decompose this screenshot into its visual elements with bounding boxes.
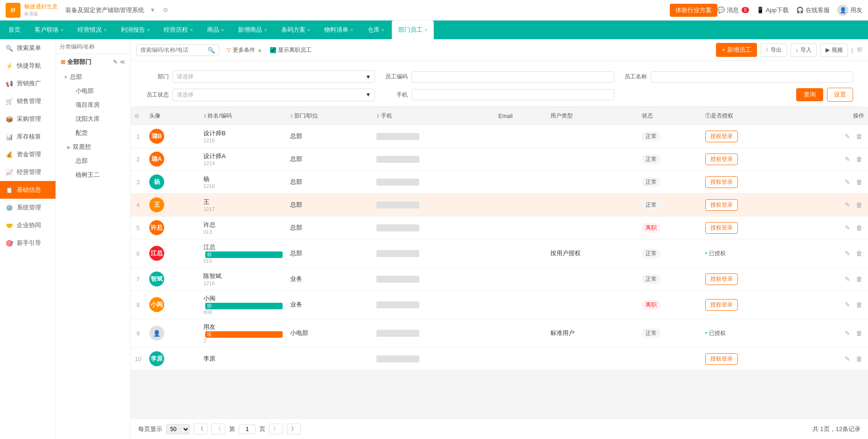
view-btn[interactable]: ▶ 视频 xyxy=(820,43,848,57)
phone-input[interactable] xyxy=(411,89,614,100)
tab-close-icon[interactable]: × xyxy=(147,27,150,33)
filter-search-box[interactable]: 🔍 xyxy=(136,44,219,56)
auth-btn[interactable]: 授权登录 xyxy=(705,131,738,142)
help-icon[interactable]: | xyxy=(852,47,853,54)
auth-btn[interactable]: 授权登录 xyxy=(705,199,738,211)
dept-filter-select[interactable]: 请选择 ▼ xyxy=(173,70,375,83)
nav-tab-仓库[interactable]: 仓库× xyxy=(361,21,391,39)
delete-btn[interactable]: 🗑 xyxy=(854,354,864,363)
sidebar-item-guide[interactable]: 🎯新手引导 xyxy=(0,234,56,252)
tab-close-icon[interactable]: × xyxy=(382,27,384,33)
delete-btn[interactable]: 🗑 xyxy=(854,132,864,141)
collapse-arrow-icon[interactable]: ▼ xyxy=(63,75,68,80)
dept-node-沈阳大库[interactable]: 沈阳大库 xyxy=(56,112,130,126)
auth-btn[interactable]: 授权登录 xyxy=(705,353,738,365)
sidebar-item-system[interactable]: ⚙️系统管理 xyxy=(0,199,56,216)
edit-btn[interactable]: ✎ xyxy=(843,223,852,232)
dept-node-项目库房[interactable]: 项目库房 xyxy=(56,98,130,112)
tab-close-icon[interactable]: × xyxy=(61,27,63,33)
auth-btn[interactable]: 授权登录 xyxy=(705,299,738,311)
auth-btn[interactable]: 授权登录 xyxy=(705,222,738,234)
sidebar-item-sales[interactable]: 🛒销售管理 xyxy=(0,92,56,110)
dept-node-总部[interactable]: 总部 xyxy=(56,154,130,168)
dept-node-植树王二[interactable]: 植树王二 xyxy=(56,168,130,182)
delete-btn[interactable]: 🗑 xyxy=(854,177,864,187)
auth-btn[interactable]: 授权登录 xyxy=(705,153,738,165)
dept-search-input[interactable] xyxy=(60,43,130,50)
th-dept[interactable]: ↕ 部门/职位 xyxy=(286,107,373,125)
nav-tab-新增商品[interactable]: 新增商品× xyxy=(231,21,273,39)
last-page-btn[interactable]: 》 xyxy=(287,424,301,434)
th-name-code[interactable]: ↕ 姓名/编码 xyxy=(200,107,286,125)
nav-tab-客户联络[interactable]: 客户联络× xyxy=(28,21,70,39)
delete-btn[interactable]: 🗑 xyxy=(854,274,864,284)
dept-collapse-icon[interactable]: ≪ xyxy=(119,59,125,65)
more-icon[interactable]: 帮 xyxy=(857,46,862,54)
edit-btn[interactable]: ✎ xyxy=(843,354,852,363)
show-resigned-check[interactable]: 显示离职员工 xyxy=(270,46,312,54)
sidebar-item-basic[interactable]: 📋基础信息 xyxy=(0,181,56,199)
tab-close-icon[interactable]: × xyxy=(307,27,310,33)
collapse-arrow-icon[interactable]: ▶ xyxy=(67,145,71,150)
dept-node-总部[interactable]: ▼总部 xyxy=(56,70,130,84)
sidebar-item-finance[interactable]: 💰资金管理 xyxy=(0,146,56,163)
delete-btn[interactable]: 🗑 xyxy=(854,223,864,232)
dept-node-双鹿想[interactable]: ▶双鹿想 xyxy=(56,140,130,154)
auth-btn[interactable]: 授权登录 xyxy=(705,273,738,285)
message-btn[interactable]: 💬 消息 6 xyxy=(717,6,749,14)
next-page-btn[interactable]: 〉 xyxy=(269,424,283,434)
show-resigned-checkbox[interactable] xyxy=(270,47,276,53)
add-employee-btn[interactable]: + 新增员工 xyxy=(716,43,757,57)
sidebar-item-marketing[interactable]: 📢营销推广 xyxy=(0,75,56,92)
dropdown-arrow-icon[interactable]: ▼ xyxy=(150,7,156,14)
tab-close-icon[interactable]: × xyxy=(190,27,193,33)
tab-close-icon[interactable]: × xyxy=(424,27,427,33)
emp-status-select[interactable]: 请选择 ▼ xyxy=(173,89,375,101)
emp-name-input[interactable] xyxy=(651,71,853,83)
edit-btn[interactable]: ✎ xyxy=(843,132,852,141)
delete-btn[interactable]: 🗑 xyxy=(854,154,864,164)
dept-edit-icon[interactable]: ✎ xyxy=(113,59,118,65)
per-page-select[interactable]: 50 100 xyxy=(166,424,190,434)
sidebar-item-inventory[interactable]: 📊库存核算 xyxy=(0,128,56,146)
nav-tab-商品[interactable]: 商品× xyxy=(201,21,230,39)
tab-close-icon[interactable]: × xyxy=(104,27,106,33)
nav-tab-首页[interactable]: 首页 xyxy=(2,21,27,39)
edit-btn[interactable]: ✎ xyxy=(843,328,852,338)
edit-btn[interactable]: ✎ xyxy=(843,177,852,187)
edit-btn[interactable]: ✎ xyxy=(843,200,852,209)
sidebar-item-corp[interactable]: 🤝企业协同 xyxy=(0,216,56,234)
edit-btn[interactable]: ✎ xyxy=(843,249,852,258)
settings-icon[interactable]: ⚙ xyxy=(163,7,168,14)
sidebar-item-search[interactable]: 🔍搜索菜单 xyxy=(0,39,56,57)
edit-btn[interactable]: ✎ xyxy=(843,274,852,284)
dept-node-小电部[interactable]: 小电部 xyxy=(56,84,130,98)
delete-btn[interactable]: 🗑 xyxy=(854,300,864,309)
edit-btn[interactable]: ✎ xyxy=(843,154,852,164)
dept-node-配货[interactable]: 配货 xyxy=(56,126,130,140)
nav-tab-经营历程[interactable]: 经营历程× xyxy=(157,21,199,39)
set-btn[interactable]: 设置 xyxy=(827,88,853,102)
sidebar-item-purchase[interactable]: 📦采购管理 xyxy=(0,110,56,128)
experience-btn[interactable]: 体验行业方案 xyxy=(670,4,717,17)
import-btn[interactable]: ↓ 导入 xyxy=(791,43,817,57)
filter-search-input[interactable] xyxy=(140,47,206,53)
online-service-btn[interactable]: 🎧 在线客服 xyxy=(796,6,830,14)
table-settings-icon[interactable]: ⚙ xyxy=(134,113,139,119)
prev-page-btn[interactable]: 〈 xyxy=(211,424,225,434)
auth-btn[interactable]: 授权登录 xyxy=(705,176,738,188)
nav-tab-条码方案[interactable]: 条码方案× xyxy=(275,21,317,39)
tab-close-icon[interactable]: × xyxy=(350,27,353,33)
sidebar-item-quick[interactable]: ⚡快捷导航 xyxy=(0,57,56,75)
search-btn[interactable]: 查询 xyxy=(796,88,823,101)
nav-tab-部门员工[interactable]: 部门员工× xyxy=(392,21,434,39)
filter-search-icon[interactable]: 🔍 xyxy=(208,47,215,54)
nav-tab-物料清单[interactable]: 物料清单× xyxy=(318,21,360,39)
first-page-btn[interactable]: 《 xyxy=(194,424,208,434)
user-btn[interactable]: 👤 用友 xyxy=(837,5,862,16)
th-phone[interactable]: ↕ 手机 xyxy=(373,107,495,125)
tab-close-icon[interactable]: × xyxy=(221,27,224,33)
more-conditions-btn[interactable]: ▽ 更多条件 ▲ xyxy=(223,44,266,56)
page-input[interactable] xyxy=(239,425,256,434)
app-download-btn[interactable]: 📱 App下载 xyxy=(757,6,789,14)
